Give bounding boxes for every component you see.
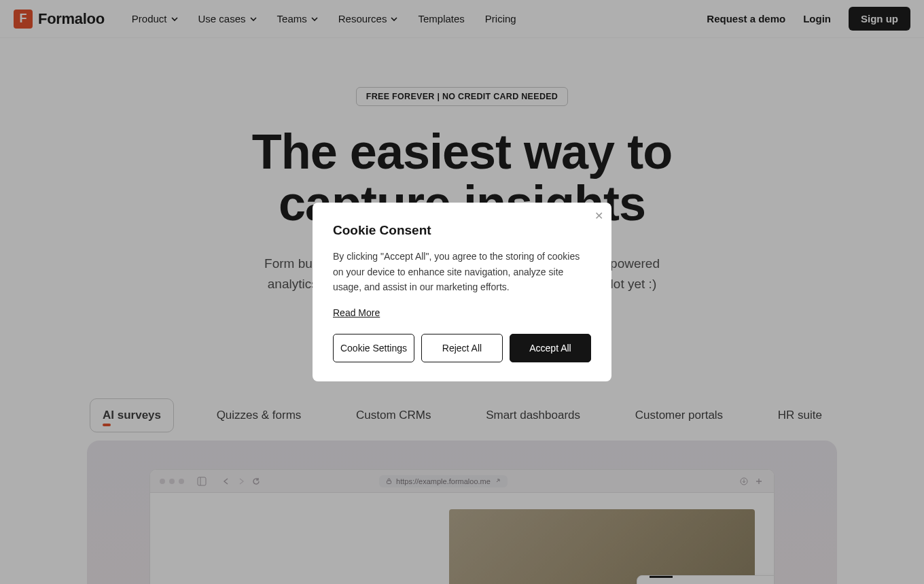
accept-all-button[interactable]: Accept All bbox=[510, 334, 591, 362]
close-icon[interactable]: ✕ bbox=[594, 209, 603, 222]
cookie-body: By clicking "Accept All", you agree to t… bbox=[333, 249, 591, 294]
cookie-title: Cookie Consent bbox=[333, 223, 591, 238]
read-more-link[interactable]: Read More bbox=[333, 307, 380, 318]
cookie-buttons: Cookie Settings Reject All Accept All bbox=[333, 334, 591, 362]
cookie-consent-modal: ✕ Cookie Consent By clicking "Accept All… bbox=[313, 203, 611, 381]
cookie-settings-button[interactable]: Cookie Settings bbox=[333, 334, 414, 362]
modal-overlay: ✕ Cookie Consent By clicking "Accept All… bbox=[0, 0, 924, 584]
reject-all-button[interactable]: Reject All bbox=[421, 334, 503, 362]
